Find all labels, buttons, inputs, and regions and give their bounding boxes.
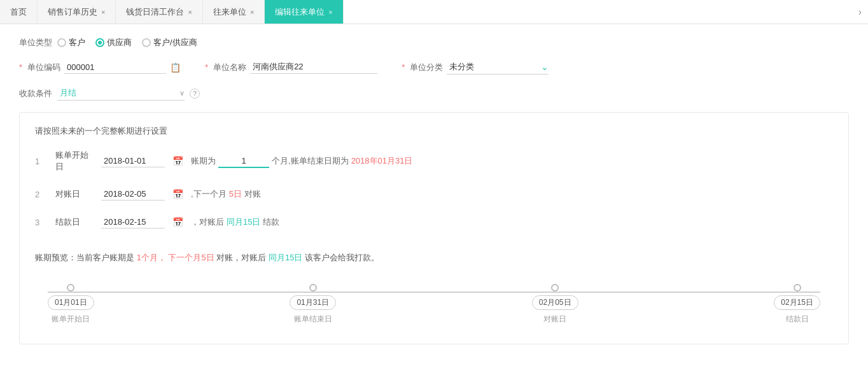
preview-1month: 1个月， (137, 253, 166, 262)
tab-partner-label: 往来单位 (213, 6, 246, 18)
tab-more-button[interactable]: › (852, 0, 868, 24)
row-3-num: 3 (35, 218, 48, 227)
row-2-date-input[interactable] (101, 188, 165, 201)
payment-terms-chevron-icon[interactable]: ∨ (179, 89, 185, 97)
tab-cash-work[interactable]: 钱货日清工作台 × (116, 0, 202, 24)
setting-row-3: 3 结款日 📅 ，对账后 同月15日 结款 (35, 216, 833, 229)
timeline-dot-3 (794, 284, 801, 292)
unit-class-group: * 单位分类 未分类 ⌄ (402, 60, 549, 74)
unit-name-input[interactable] (250, 61, 377, 74)
timeline-label-2: 02月05日 (532, 295, 578, 310)
tab-bar: 首页 销售订单历史 × 钱货日清工作台 × 往来单位 × 编辑往来单位 × › (0, 0, 868, 24)
preview-label: 账期预览：当前客户账期是 (35, 253, 134, 262)
unit-name-label: 单位名称 (213, 62, 246, 73)
radio-customer-supplier-label: 客户/供应商 (153, 37, 197, 48)
row-3-calendar-icon[interactable]: 📅 (172, 217, 183, 227)
row-1-highlight-date: 2018年01月31日 (351, 155, 413, 167)
preview-payment: 同月15日 (269, 253, 302, 262)
row-3-description: ，对账后 同月15日 结款 (191, 216, 279, 228)
timeline-label-1: 01月31日 (290, 295, 336, 310)
radio-supplier-label: 供应商 (107, 37, 132, 48)
row-1-date-input[interactable] (101, 155, 165, 167)
row-1-description: 账期为 个月,账单结束日期为 2018年01月31日 (191, 155, 412, 168)
row-1-field: 账单开始日 (55, 150, 94, 172)
row-1-suffix-before: 账期为 (191, 155, 216, 167)
timeline-point-0: 01月01日 账单开始日 (48, 284, 94, 325)
row-2-suffix: 对账 (244, 188, 261, 200)
tab-home-label: 首页 (10, 6, 27, 18)
timeline: 01月01日 账单开始日 01月31日 账单结束日 02月05日 对账日 (35, 278, 833, 331)
unit-code-label: 单位编码 (27, 62, 60, 73)
row-2-num: 2 (35, 190, 48, 199)
row-2-description: ,下一个月 5日 对账 (191, 188, 261, 200)
row-1-calendar-icon[interactable]: 📅 (172, 156, 183, 166)
unit-name-star: * (205, 62, 208, 72)
unit-type-radio-group: 客户 供应商 客户/供应商 (57, 37, 197, 48)
unit-code-group: * 单位编码 📋 (19, 61, 181, 74)
unit-class-value: 未分类 (447, 60, 541, 74)
preview-text: 账期预览：当前客户账期是 1个月， 下一个月5日 对账，对账后 同月15日 该客… (35, 250, 833, 265)
close-edit-partner-icon[interactable]: × (328, 8, 332, 16)
row-3-date-input[interactable] (101, 216, 165, 229)
row-2-calendar-icon[interactable]: 📅 (172, 189, 183, 199)
row-3-field: 结款日 (55, 216, 94, 228)
unit-code-calendar-icon[interactable]: 📋 (170, 62, 181, 73)
row-2-day-highlight: 5日 (229, 188, 242, 200)
help-icon[interactable]: ? (190, 88, 200, 99)
tab-edit-partner[interactable]: 编辑往来单位 × (265, 0, 343, 24)
unit-info-row: * 单位编码 📋 * 单位名称 * 单位分类 未分类 ⌄ (19, 60, 849, 74)
timeline-sublabel-0: 账单开始日 (52, 314, 90, 325)
unit-name-group: * 单位名称 (205, 61, 377, 74)
row-3-day-highlight: 同月15日 (227, 216, 260, 228)
radio-customer-circle (57, 38, 66, 47)
timeline-point-3: 02月15日 结款日 (774, 284, 820, 325)
unit-type-label: 单位类型 (19, 37, 52, 48)
row-2-field: 对账日 (55, 188, 94, 200)
radio-customer-supplier[interactable]: 客户/供应商 (142, 37, 197, 48)
radio-supplier-circle (95, 38, 104, 47)
radio-supplier[interactable]: 供应商 (95, 37, 132, 48)
timeline-sublabel-2: 对账日 (543, 314, 566, 325)
preview-reconcile: 下一个月5日 (168, 253, 214, 262)
payment-terms-value: 月结 (57, 86, 179, 100)
timeline-dot-0 (67, 284, 74, 292)
unit-class-chevron-icon[interactable]: ⌄ (541, 62, 549, 72)
row-1-num: 1 (35, 157, 48, 166)
close-partner-icon[interactable]: × (250, 8, 254, 16)
setting-row-1: 1 账单开始日 📅 账期为 个月,账单结束日期为 2018年01月31日 (35, 150, 833, 172)
tab-home[interactable]: 首页 (0, 0, 38, 24)
radio-customer[interactable]: 客户 (57, 37, 85, 48)
timeline-point-1: 01月31日 账单结束日 (290, 284, 336, 325)
row-1-month-text: 个月,账单结束日期为 (272, 155, 349, 167)
period-input[interactable] (218, 155, 269, 168)
preview-section: 账期预览：当前客户账期是 1个月， 下一个月5日 对账，对账后 同月15日 该客… (35, 244, 833, 331)
close-sales-history-icon[interactable]: × (101, 8, 105, 16)
unit-class-label: 单位分类 (410, 62, 443, 73)
radio-customer-supplier-circle (142, 38, 151, 47)
timeline-points: 01月01日 账单开始日 01月31日 账单结束日 02月05日 对账日 (48, 284, 820, 325)
tab-sales-history[interactable]: 销售订单历史 × (38, 0, 116, 24)
unit-class-dropdown[interactable]: 未分类 ⌄ (447, 60, 549, 74)
settings-panel: 请按照未来的一个完整帐期进行设置 1 账单开始日 📅 账期为 个月,账单结束日期… (19, 112, 849, 344)
timeline-dot-2 (551, 284, 559, 292)
preview-middle: 对账，对账后 (216, 253, 266, 262)
unit-code-star: * (19, 62, 22, 72)
panel-title: 请按照未来的一个完整帐期进行设置 (35, 125, 833, 137)
preview-end: 该客户会给我打款。 (305, 253, 379, 262)
main-content: 单位类型 客户 供应商 客户/供应商 * 单位编码 📋 * 单位名称 (0, 24, 868, 387)
setting-row-2: 2 对账日 📅 ,下一个月 5日 对账 (35, 188, 833, 201)
timeline-sublabel-1: 账单结束日 (294, 314, 332, 325)
tab-sales-history-label: 销售订单历史 (48, 6, 97, 18)
unit-code-input[interactable] (64, 61, 166, 74)
timeline-dot-1 (309, 284, 317, 292)
row-3-prefix: ，对账后 (191, 216, 224, 228)
radio-customer-label: 客户 (69, 37, 85, 48)
timeline-label-0: 01月01日 (48, 295, 94, 310)
close-cash-work-icon[interactable]: × (188, 8, 192, 16)
tab-partner[interactable]: 往来单位 × (203, 0, 265, 24)
tab-edit-partner-label: 编辑往来单位 (275, 6, 325, 18)
row-3-suffix: 结款 (263, 216, 279, 228)
unit-type-row: 单位类型 客户 供应商 客户/供应商 (19, 37, 849, 48)
payment-terms-dropdown[interactable]: 月结 ∨ (57, 86, 185, 101)
timeline-point-2: 02月05日 对账日 (532, 284, 578, 325)
